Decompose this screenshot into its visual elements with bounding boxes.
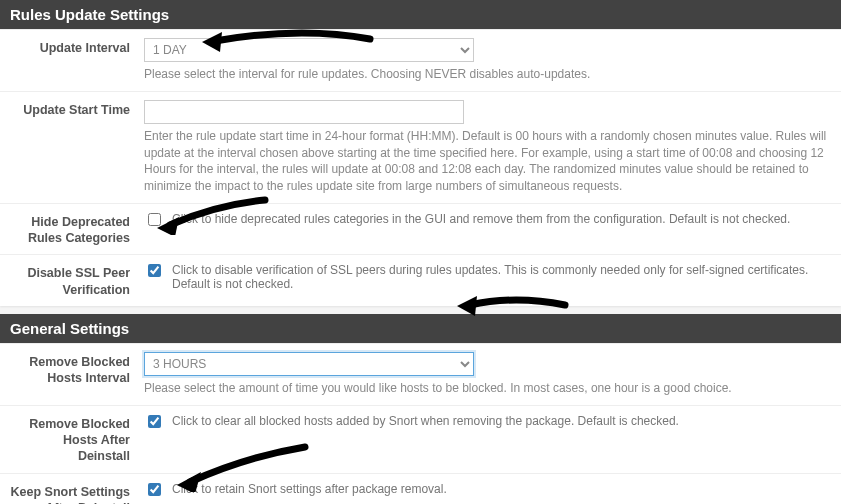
remove-blocked-after-deinstall-label: Remove Blocked Hosts After Deinstall <box>0 414 140 465</box>
remove-blocked-after-deinstall-row: Remove Blocked Hosts After Deinstall Cli… <box>0 405 841 473</box>
disable-ssl-checkbox[interactable] <box>148 264 161 277</box>
update-interval-label: Update Interval <box>0 38 140 83</box>
keep-settings-label: Keep Snort Settings After Deinstall <box>0 482 140 504</box>
update-start-time-help: Enter the rule update start time in 24-h… <box>144 128 829 195</box>
remove-blocked-interval-label: Remove Blocked Hosts Interval <box>0 352 140 397</box>
keep-settings-checkbox[interactable] <box>148 483 161 496</box>
disable-ssl-text: Click to disable verification of SSL pee… <box>172 263 829 291</box>
keep-settings-row: Keep Snort Settings After Deinstall Clic… <box>0 473 841 504</box>
general-settings-header: General Settings <box>0 314 841 343</box>
rules-update-settings-panel: Rules Update Settings Update Interval 1 … <box>0 0 841 306</box>
keep-settings-text: Click to retain Snort settings after pac… <box>172 482 447 496</box>
update-start-time-row: Update Start Time Enter the rule update … <box>0 91 841 203</box>
update-start-time-input[interactable] <box>144 100 464 124</box>
update-start-time-label: Update Start Time <box>0 100 140 195</box>
remove-blocked-interval-row: Remove Blocked Hosts Interval 3 HOURS Pl… <box>0 343 841 405</box>
update-interval-select[interactable]: 1 DAY <box>144 38 474 62</box>
hide-deprecated-checkbox[interactable] <box>148 213 161 226</box>
hide-deprecated-label: Hide Deprecated Rules Categories <box>0 212 140 247</box>
rules-update-settings-header: Rules Update Settings <box>0 0 841 29</box>
general-settings-panel: General Settings Remove Blocked Hosts In… <box>0 314 841 504</box>
disable-ssl-label: Disable SSL Peer Verification <box>0 263 140 298</box>
remove-blocked-after-deinstall-checkbox[interactable] <box>148 415 161 428</box>
hide-deprecated-row: Hide Deprecated Rules Categories Click t… <box>0 203 841 255</box>
remove-blocked-interval-help: Please select the amount of time you wou… <box>144 380 829 397</box>
update-interval-row: Update Interval 1 DAY Please select the … <box>0 29 841 91</box>
hide-deprecated-text: Click to hide deprecated rules categorie… <box>172 212 790 226</box>
disable-ssl-row: Disable SSL Peer Verification Click to d… <box>0 254 841 306</box>
remove-blocked-after-deinstall-text: Click to clear all blocked hosts added b… <box>172 414 679 428</box>
update-interval-help: Please select the interval for rule upda… <box>144 66 829 83</box>
remove-blocked-interval-select[interactable]: 3 HOURS <box>144 352 474 376</box>
